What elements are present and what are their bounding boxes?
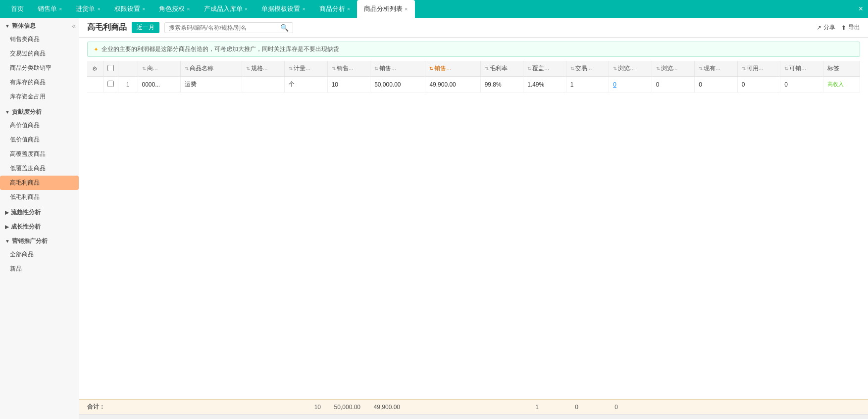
arrow-icon-2: ▼	[5, 109, 10, 115]
nav-close-template-settings[interactable]: ×	[302, 6, 305, 12]
arrow-icon-5: ▼	[5, 238, 10, 244]
share-button[interactable]: ↗ 分享	[817, 23, 835, 32]
sidebar-item-low-margin[interactable]: 低毛利商品	[0, 190, 79, 204]
sidebar-section-contribution[interactable]: ▼ 贡献度分析	[0, 104, 79, 118]
sidebar-item-all-goods[interactable]: 全部商品	[0, 247, 79, 262]
arrow-icon-4: ▶	[5, 224, 9, 230]
cell-sales-amount: 50,000.00	[370, 77, 425, 93]
col-name[interactable]: ⇅商品名称	[181, 61, 242, 77]
cell-checkbox[interactable]	[103, 77, 118, 93]
cell-stock-cur: 0	[695, 77, 738, 93]
close-all-tabs[interactable]: ×	[859, 4, 863, 13]
footer-transactions: 1	[404, 404, 543, 411]
col-browse1[interactable]: ⇅浏览...	[609, 61, 652, 77]
sidebar-item-high-margin[interactable]: 高毛利商品	[0, 176, 79, 190]
cell-num: 1	[118, 77, 138, 93]
info-banner: ✦ 企业的主要的利润都是这部分商品创造的，可考虑加大推广，同时关注库存是不要出现…	[87, 42, 860, 57]
sidebar-item-sales-goods[interactable]: 销售类商品	[0, 32, 79, 47]
share-icon: ↗	[817, 24, 821, 31]
select-all-checkbox[interactable]	[107, 65, 114, 71]
top-navigation: 首页 销售单 × 进货单 × 权限设置 × 角色授权 × 产成品入库单 × 单据…	[0, 0, 868, 18]
sidebar-item-low-value[interactable]: 低价值商品	[0, 133, 79, 147]
sidebar-section-marketing[interactable]: ▼ 营销推广分析	[0, 233, 79, 247]
col-sales-cost[interactable]: ⇅销售...	[425, 61, 480, 77]
nav-product-inbound[interactable]: 产成品入库单 ×	[197, 0, 255, 18]
col-stock-sell[interactable]: ⇅可销...	[780, 61, 823, 77]
sidebar-item-stock-capital[interactable]: 库存资金占用	[0, 90, 79, 104]
content-header: 高毛利商品 近一月 🔍 ↗ 分享 ⬆ 导出	[79, 18, 868, 38]
sidebar-item-category-rate[interactable]: 商品分类助销率	[0, 61, 79, 75]
nav-close-role-auth[interactable]: ×	[187, 6, 190, 12]
recent-month-button[interactable]: 近一月	[132, 22, 159, 33]
col-unit[interactable]: ⇅计量...	[285, 61, 328, 77]
sidebar-item-high-coverage[interactable]: 高覆盖度商品	[0, 147, 79, 161]
nav-permissions[interactable]: 权限设置 ×	[107, 0, 152, 18]
cell-sales-qty: 10	[327, 77, 370, 93]
col-checkbox[interactable]	[103, 61, 118, 77]
col-sales-qty[interactable]: ⇅销售...	[327, 61, 370, 77]
cell-tag: 高收入	[823, 77, 860, 93]
tag-high-income: 高收入	[827, 81, 844, 87]
arrow-icon-3: ▶	[5, 210, 9, 215]
sidebar-item-in-stock[interactable]: 有库存的商品	[0, 75, 79, 90]
sidebar-section-flow[interactable]: ▶ 流趋性分析	[0, 204, 79, 219]
col-stock-avail[interactable]: ⇅可用...	[737, 61, 780, 77]
sidebar-item-new-goods[interactable]: 新品	[0, 262, 79, 276]
col-settings[interactable]: ⚙	[87, 61, 103, 77]
col-gross-rate[interactable]: ⇅毛利率	[480, 61, 523, 77]
arrow-icon: ▼	[5, 23, 10, 29]
col-spec[interactable]: ⇅规格...	[242, 61, 285, 77]
cell-browse2: 0	[652, 77, 695, 93]
nav-sales-order[interactable]: 销售单 ×	[31, 0, 69, 18]
cell-transactions: 1	[566, 77, 609, 93]
sidebar: « ▼ 整体信息 销售类商品 交易过的商品 商品分类助销率 有库存的商品 库存资…	[0, 18, 79, 419]
search-input[interactable]	[169, 24, 278, 31]
sidebar-item-low-coverage[interactable]: 低覆盖度商品	[0, 161, 79, 176]
browse1-link[interactable]: 0	[613, 81, 616, 88]
nav-close-purchase-order[interactable]: ×	[97, 6, 100, 12]
horizontal-scrollbar[interactable]	[79, 414, 868, 419]
nav-close-sales-order[interactable]: ×	[59, 6, 62, 12]
cell-name: 运费	[181, 77, 242, 93]
nav-close-permissions[interactable]: ×	[142, 6, 145, 12]
sidebar-collapse-button[interactable]: «	[72, 22, 76, 30]
footer-stock-cur: 0	[543, 404, 582, 411]
row-checkbox[interactable]	[107, 81, 114, 87]
nav-product-analysis[interactable]: 商品分析 ×	[312, 0, 357, 18]
nav-role-auth[interactable]: 角色授权 ×	[152, 0, 197, 18]
nav-close-product-analysis[interactable]: ×	[347, 6, 350, 12]
cell-spec	[242, 77, 285, 93]
cell-unit: 个	[285, 77, 328, 93]
info-icon: ✦	[94, 46, 99, 53]
nav-product-analysis-list[interactable]: 商品分析列表 ×	[357, 0, 414, 18]
cell-settings	[87, 77, 103, 93]
nav-close-product-inbound[interactable]: ×	[245, 6, 248, 12]
sidebar-item-traded-goods[interactable]: 交易过的商品	[0, 47, 79, 61]
sidebar-section-growth[interactable]: ▶ 成长性分析	[0, 219, 79, 233]
main-layout: « ▼ 整体信息 销售类商品 交易过的商品 商品分类助销率 有库存的商品 库存资…	[0, 18, 868, 419]
export-icon: ⬆	[841, 24, 846, 31]
col-stock-cur[interactable]: ⇅现有...	[695, 61, 738, 77]
table-row: 1 0000... 运费 个 10 50,000.00 49,900.00 99…	[87, 77, 860, 93]
cell-gross-rate: 99.8%	[480, 77, 523, 93]
col-transactions[interactable]: ⇅交易...	[566, 61, 609, 77]
search-icon[interactable]: 🔍	[280, 24, 289, 32]
col-tag: 标签	[823, 61, 860, 77]
col-code[interactable]: ⇅商...	[138, 61, 181, 77]
sidebar-section-overall[interactable]: ▼ 整体信息	[0, 18, 79, 32]
header-actions: ↗ 分享 ⬆ 导出	[817, 23, 860, 32]
col-sales-amount[interactable]: ⇅销售...	[370, 61, 425, 77]
export-button[interactable]: ⬆ 导出	[841, 23, 860, 32]
sidebar-item-high-value[interactable]: 高价值商品	[0, 118, 79, 133]
data-table: ⚙ ⇅商... ⇅商品名称 ⇅规格... ⇅计量... ⇅销售... ⇅销售..…	[87, 61, 860, 93]
cell-sales-cost: 49,900.00	[425, 77, 480, 93]
nav-close-product-analysis-list[interactable]: ×	[405, 6, 408, 12]
cell-code: 0000...	[138, 77, 181, 93]
col-browse2[interactable]: ⇅浏览...	[652, 61, 695, 77]
col-coverage[interactable]: ⇅覆盖...	[523, 61, 566, 77]
nav-template-settings[interactable]: 单据模板设置 ×	[255, 0, 312, 18]
nav-home[interactable]: 首页	[4, 0, 31, 18]
cell-browse1[interactable]: 0	[609, 77, 652, 93]
col-num	[118, 61, 138, 77]
nav-purchase-order[interactable]: 进货单 ×	[69, 0, 107, 18]
